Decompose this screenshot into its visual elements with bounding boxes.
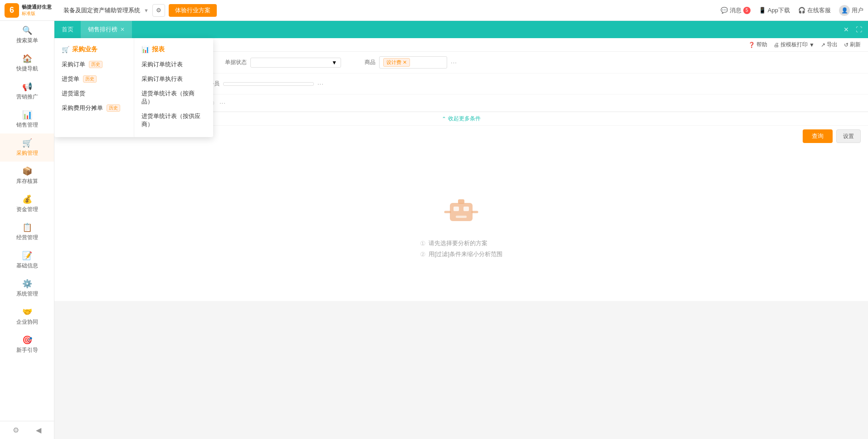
sidebar-item-marketing[interactable]: 📢 营销推广 [0,77,54,105]
print-arrow[interactable]: ▼ [809,42,814,48]
settings-button[interactable]: 设置 [836,129,861,143]
dropdown-purchase-header: 🛒 采购业务 [54,44,134,57]
dropdown-purchase-title: 采购业务 [72,45,98,54]
sidebar-item-basic[interactable]: 📝 基础信息 [0,246,54,274]
online-service-btn[interactable]: 🎧 在线客服 [798,6,831,15]
dropdown-item-purchase-order[interactable]: 采购订单 历史 [54,57,134,72]
sidebar-item-finance[interactable]: 💰 资金管理 [0,190,54,218]
phone-icon: 📱 [759,7,766,14]
empty-text-line2: 用[过滤]条件来缩小分析范围 [429,250,502,258]
salesman-select[interactable] [223,82,314,86]
user-btn[interactable]: 👤 用户 [839,5,863,16]
order-stats-label: 采购订单统计表 [141,60,183,69]
empty-text-area: ① 请先选择要分析的方案 ② 用[过滤]条件来缩小分析范围 [420,239,502,258]
sidebar-label-collab: 企业协同 [16,318,38,326]
system-title-arrow[interactable]: ▼ [144,8,149,13]
sidebar-bottom: ⚙ ◀ [0,421,54,439]
avatar: 👤 [839,5,850,16]
svg-rect-1 [454,207,459,211]
empty-text-line1: 请先选择要分析的方案 [429,239,488,247]
dropdown-item-goods-stats[interactable]: 进货单统计表（按商品） [134,86,214,109]
supplier-stats-label: 进货单统计表（按供应商） [141,112,206,128]
logo-area: 6 畅捷通好生意 标准版 [5,3,59,18]
app-download-btn[interactable]: 📱 App下载 [759,6,790,15]
sidebar-collapse-btn[interactable]: ◀ [36,426,41,434]
sidebar-item-sales[interactable]: 📊 销售管理 [0,105,54,133]
sales-icon: 📊 [22,110,32,120]
headset-icon: 🎧 [798,7,805,14]
order-exec-label: 采购订单执行表 [141,75,183,83]
svg-rect-2 [463,207,469,211]
sidebar-label-marketing: 营销推广 [16,93,38,101]
goods-label: 商品 [365,59,375,66]
tab-maximize-btn[interactable]: ⛶ [853,24,864,35]
dropdown-item-cost-split[interactable]: 采购费用分摊单 历史 [54,101,134,115]
goods-tag-close[interactable]: ✕ [403,59,407,65]
goods-more-btn[interactable]: ··· [451,59,457,66]
salesman-more-btn[interactable]: ··· [317,80,324,87]
empty-svg [441,189,482,230]
voucher-status-arrow: ▼ [332,59,337,66]
dropdown-item-incoming[interactable]: 进货单 历史 [54,72,134,86]
purchase-dropdown-menu: 🛒 采购业务 采购订单 历史 进货单 历史 进货退货 [54,38,213,137]
sidebar-label-purchase: 采购管理 [16,149,38,157]
sidebar-item-quick-nav[interactable]: 🏠 快捷导航 [0,49,54,77]
finance-icon: 💰 [22,194,32,204]
export-icon: ↗ [821,42,825,48]
purchase-order-hist: 历史 [89,61,102,68]
customer-more-btn[interactable]: ··· [219,99,226,106]
sidebar-item-operations[interactable]: 📋 经营管理 [0,218,54,246]
logo-icon: 6 [5,3,19,18]
industry-button[interactable]: 体验行业方案 [169,4,217,17]
help-btn[interactable]: ❓ 帮助 [748,41,767,49]
dropdown-item-returns[interactable]: 进货退货 [54,86,134,101]
purchase-icon: 🛒 [22,138,32,148]
sidebar-label-finance: 资金管理 [16,206,38,213]
export-btn[interactable]: ↗ 导出 [821,41,838,49]
marketing-icon: 📢 [22,82,32,92]
tab-close-icon[interactable]: ✕ [120,26,125,33]
sidebar-settings-btn[interactable]: ⚙ [13,426,19,434]
cost-split-hist: 历史 [107,104,120,112]
collapse-label: 收起更多条件 [448,115,481,123]
cost-split-label: 采购费用分摊单 [62,104,103,112]
dropdown-item-order-exec[interactable]: 采购订单执行表 [134,72,214,86]
sidebar-label-basic: 基础信息 [16,262,38,270]
sidebar-item-collab[interactable]: 🤝 企业协同 [0,302,54,330]
voucher-status-label: 单据状态 [225,59,247,66]
incoming-hist: 历史 [83,75,97,83]
tab-bar: 首页 销售排行榜 ✕ 🛒 采购业务 采购订单 历史 [54,21,868,38]
sidebar-item-inventory[interactable]: 📦 库存核算 [0,162,54,190]
sidebar-item-guide[interactable]: 🎯 新手引导 [0,330,54,359]
dropdown-col-purchase: 🛒 采购业务 采购订单 历史 进货单 历史 进货退货 [54,38,134,137]
notifications-btn[interactable]: 💬 消息 5 [721,6,751,15]
query-button[interactable]: 查询 [803,129,833,143]
refresh-btn[interactable]: ↺ 刷新 [844,41,861,49]
gear-button[interactable]: ⚙ [152,4,165,17]
print-template-btn[interactable]: 🖨 按模板打印 ▼ [774,41,814,49]
tab-home[interactable]: 首页 [54,21,81,38]
dropdown-item-supplier-stats[interactable]: 进货单统计表（按供应商） [134,109,214,132]
system-title-text: 装备及固定资产辅助管理系统 [63,6,140,15]
sidebar-label-guide: 新手引导 [16,346,38,354]
dropdown-item-order-stats[interactable]: 采购订单统计表 [134,57,214,72]
voucher-status-select[interactable]: ▼ [250,58,341,68]
sidebar-label-system: 系统管理 [16,290,38,298]
top-header: 6 畅捷通好生意 标准版 装备及固定资产辅助管理系统 ▼ ⚙ 体验行业方案 💬 … [0,0,868,21]
sidebar-item-purchase[interactable]: 🛒 采购管理 [0,133,54,162]
sidebar-item-system[interactable]: ⚙️ 系统管理 [0,274,54,302]
help-icon: ❓ [748,42,755,48]
empty-line-2: ② 用[过滤]条件来缩小分析范围 [420,250,502,258]
svg-rect-3 [456,216,467,218]
tab-sales-rank[interactable]: 销售排行榜 ✕ [81,21,132,38]
purchase-header-icon: 🛒 [62,46,69,53]
sidebar: 🔍 搜索菜单 🏠 快捷导航 📢 营销推广 📊 销售管理 � [0,21,54,439]
sidebar-label-quick-nav: 快捷导航 [16,65,38,73]
content-area: 首页 销售排行榜 ✕ 🛒 采购业务 采购订单 历史 [54,21,868,439]
goods-input[interactable]: 设计费 ✕ [379,56,447,69]
sidebar-item-search[interactable]: 🔍 搜索菜单 [0,21,54,49]
inventory-icon: 📦 [22,166,32,176]
header-right: 💬 消息 5 📱 App下载 🎧 在线客服 👤 用户 [721,5,863,16]
basic-icon: 📝 [22,251,32,261]
tab-close-window-btn[interactable]: ✕ [841,24,852,35]
